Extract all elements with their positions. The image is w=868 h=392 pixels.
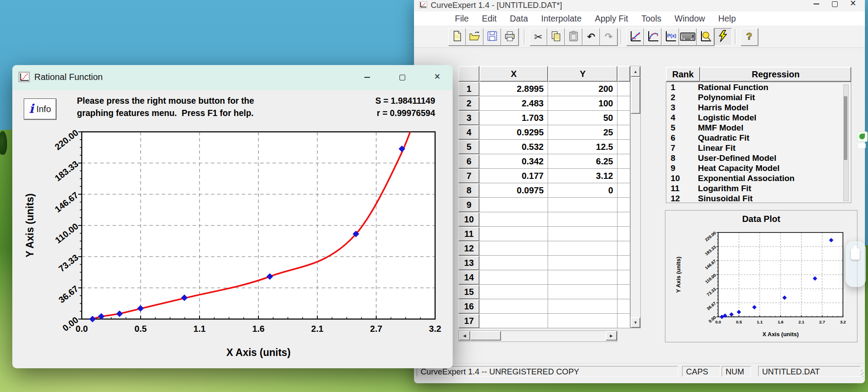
cell-stub-row-9[interactable] — [617, 198, 630, 212]
menu-file[interactable]: File — [448, 14, 475, 24]
cell-x-row-5[interactable]: 0.532 — [479, 140, 548, 154]
table-vertical-scrollbar[interactable]: ▲ ▼ — [630, 66, 641, 328]
regression-item-12[interactable]: 12Sinusoidal Fit — [666, 193, 851, 203]
cell-x-row-4[interactable]: 0.9295 — [479, 125, 548, 140]
cell-stub-row-11[interactable] — [617, 227, 630, 241]
scroll-up-button[interactable]: ▲ — [631, 66, 640, 77]
cell-x-row-1[interactable]: 2.8995 — [479, 82, 548, 96]
cell-y-row-6[interactable]: 6.25 — [548, 154, 617, 169]
fit-minimize-button[interactable] — [358, 71, 376, 84]
fit-close-button[interactable]: × — [428, 71, 447, 84]
undo-button[interactable]: ↶ — [582, 28, 600, 46]
scroll-left-button[interactable]: ◀ — [459, 331, 470, 341]
cell-stub-row-6[interactable] — [617, 154, 630, 169]
edge-widget[interactable] — [846, 241, 866, 287]
regression-item-2[interactable]: 2Polynomial Fit — [666, 92, 851, 102]
cell-x-row-2[interactable]: 2.483 — [479, 96, 548, 111]
desktop-shortcut-icon[interactable] — [857, 131, 868, 142]
menu-edit[interactable]: Edit — [475, 14, 503, 24]
row-header-3[interactable]: 3 — [458, 111, 479, 125]
help-button[interactable]: ? — [741, 28, 758, 46]
cell-y-row-3[interactable]: 50 — [548, 111, 617, 125]
cell-stub-row-2[interactable] — [617, 96, 630, 111]
row-header-16[interactable]: 16 — [458, 299, 479, 314]
fit-plot-canvas[interactable]: 0.00.000.536.671.173.331.6110.002.1146.6… — [21, 118, 453, 364]
fit-maximize-button[interactable] — [393, 71, 411, 84]
cut-button[interactable]: ✂ — [530, 28, 547, 46]
cell-y-row-11[interactable] — [548, 227, 617, 241]
row-header-5[interactable]: 5 — [458, 140, 479, 154]
curvefinder-lightning-button[interactable] — [714, 28, 732, 46]
scroll-right-button[interactable]: ▶ — [606, 331, 617, 341]
cell-x-row-6[interactable]: 0.342 — [479, 154, 548, 169]
cell-y-row-4[interactable]: 25 — [548, 125, 617, 140]
copy-button[interactable] — [547, 28, 565, 46]
menu-apply-fit[interactable]: Apply Fit — [588, 14, 635, 24]
row-header-14[interactable]: 14 — [458, 270, 479, 285]
cell-y-row-10[interactable] — [548, 212, 617, 227]
row-header-11[interactable]: 11 — [458, 227, 479, 241]
cell-y-row-13[interactable] — [548, 256, 617, 270]
regression-item-5[interactable]: 5MMF Model — [666, 123, 851, 133]
cell-stub-row-1[interactable] — [617, 82, 630, 96]
row-header-4[interactable]: 4 — [458, 125, 479, 140]
column-header-y[interactable]: Y — [548, 66, 617, 82]
cell-x-row-8[interactable]: 0.0975 — [479, 183, 548, 198]
regression-item-7[interactable]: 7Linear Fit — [666, 143, 851, 153]
row-header-12[interactable]: 12 — [458, 241, 479, 256]
cell-stub-row-10[interactable] — [617, 212, 630, 227]
regression-item-9[interactable]: 9Heat Capacity Model — [666, 163, 851, 173]
table-vscroll-thumb[interactable] — [631, 77, 640, 114]
cell-y-row-16[interactable] — [548, 299, 617, 314]
table-horizontal-scrollbar[interactable]: ◀ ▶ — [458, 330, 617, 342]
plot-linear-fit-button[interactable] — [626, 28, 644, 46]
cell-y-row-15[interactable] — [548, 285, 617, 299]
cell-stub-row-3[interactable] — [617, 111, 630, 125]
cell-y-row-7[interactable]: 3.12 — [548, 169, 617, 183]
redo-button[interactable]: ↷ — [600, 28, 617, 46]
cell-stub-row-16[interactable] — [617, 299, 630, 314]
main-close-button[interactable]: × — [844, 0, 862, 11]
row-header-15[interactable]: 15 — [458, 285, 479, 299]
cell-x-row-17[interactable] — [479, 314, 548, 328]
row-header-13[interactable]: 13 — [458, 256, 479, 270]
scroll-down-button[interactable]: ▼ — [631, 317, 640, 328]
cell-y-row-1[interactable]: 200 — [548, 82, 617, 96]
cell-y-row-9[interactable] — [548, 198, 617, 212]
print-button[interactable] — [501, 28, 519, 46]
cell-x-row-15[interactable] — [479, 285, 548, 299]
rank-scroll-thumb[interactable] — [844, 96, 847, 160]
row-header-2[interactable]: 2 — [458, 96, 479, 111]
regression-item-6[interactable]: 6Quadratic Fit — [666, 133, 851, 143]
row-header-1[interactable]: 1 — [458, 82, 479, 96]
plot-polynomial-button[interactable]: P(x) — [661, 28, 679, 46]
cell-x-row-11[interactable] — [479, 227, 548, 241]
menu-tools[interactable]: Tools — [635, 14, 668, 24]
cell-x-row-9[interactable] — [479, 198, 548, 212]
row-header-17[interactable]: 17 — [458, 314, 479, 328]
cell-x-row-12[interactable] — [479, 241, 548, 256]
cell-stub-row-7[interactable] — [617, 169, 630, 183]
cell-stub-row-17[interactable] — [617, 314, 630, 328]
cell-stub-row-14[interactable] — [617, 270, 630, 285]
cell-stub-row-13[interactable] — [617, 256, 630, 270]
row-header-6[interactable]: 6 — [458, 154, 479, 169]
cell-stub-row-15[interactable] — [617, 285, 630, 299]
row-header-8[interactable]: 8 — [458, 183, 479, 198]
info-button[interactable]: i Info — [24, 98, 56, 120]
save-file-button[interactable] — [483, 28, 501, 46]
cell-y-row-5[interactable]: 12.5 — [548, 140, 617, 154]
regression-item-10[interactable]: 10Exponential Association — [666, 173, 851, 183]
rank-list-scrollbar[interactable] — [843, 84, 849, 201]
regression-item-11[interactable]: 11Logarithm Fit — [666, 183, 851, 193]
cell-x-row-7[interactable]: 0.177 — [479, 169, 548, 183]
fit-title-bar[interactable]: Rational Function × — [12, 65, 453, 90]
regression-item-8[interactable]: 8User-Defined Model — [666, 153, 851, 163]
plot-curve-fit-button[interactable] — [644, 28, 661, 46]
main-minimize-button[interactable] — [807, 0, 825, 11]
menu-window[interactable]: Window — [668, 14, 712, 24]
menu-help[interactable]: Help — [712, 14, 742, 24]
cell-y-row-12[interactable] — [548, 241, 617, 256]
regression-item-1[interactable]: 1Rational Function — [666, 82, 851, 92]
cell-stub-row-4[interactable] — [617, 125, 630, 140]
